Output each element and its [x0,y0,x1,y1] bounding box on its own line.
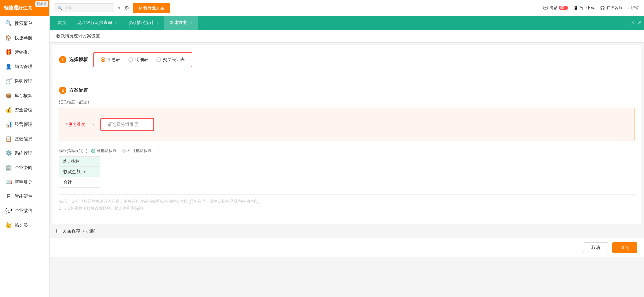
sidebar-label-smart-hw: 智能硬件 [15,193,32,199]
legend-draggable-label: 可拖动位置 [97,148,117,154]
search-menu-icon: 🔍 [5,20,12,27]
tab-collection-stats[interactable]: 收款情况统计 × [122,16,164,30]
sidebar-label-operations: 经营管理 [15,121,32,128]
sidebar-item-quick-nav[interactable]: 🏠 快捷导航 [0,31,49,45]
sidebar-item-beginner[interactable]: 📖 新手引导 [0,175,49,189]
tabbar-right-controls: × ⤢ [631,20,641,26]
content-area: 收款情况统计方案设置 1 选择模板 汇总表 明细表 [50,30,644,297]
metrics-item-amount[interactable]: 收款金额 ▾ [59,167,100,177]
config-section: 2 方案配置 汇总维度（必选） * 纵向维度 → 请选择分组维度 模板指标设定（ [52,80,641,224]
radio-detail[interactable]: 明细表 [128,57,148,63]
brand-name: 畅捷通好生意 [4,5,32,11]
industry-btn[interactable]: 体验行业方案 [133,3,170,13]
sidebar-label-member: 畅会员 [15,222,28,228]
section1-number: 1 [59,56,66,63]
cart-icon: 🛒 [5,78,12,84]
vertical-dim-label: * 纵向维度 [66,122,85,128]
crown-icon: 👑 [5,222,12,228]
tab-home[interactable]: 首页 [52,16,72,30]
sidebar-item-operations[interactable]: 📊 经营管理 [0,117,49,132]
dimension-select[interactable]: 请选择分组维度 [100,118,154,131]
bottom-bar: 取消 查询 [50,238,644,257]
radio-cross-circle [156,57,161,62]
metrics-setting-label: 模板指标设定（ [59,148,87,154]
metrics-dropdown-icon[interactable]: ▾ [84,169,86,174]
legend-draggable: 可拖动位置 [91,148,117,154]
cancel-button[interactable]: 取消 [583,242,608,253]
sidebar-item-corp-collab[interactable]: 🏢 企业协同 [0,160,49,175]
sidebar-item-member[interactable]: 👑 畅会员 [0,218,49,232]
query-button[interactable]: 查询 [612,242,637,253]
dimension-group-label: 汇总维度（必选） [59,99,635,105]
online-support-item[interactable]: 🎧 在线客服 [600,5,623,11]
monitor-icon: 🖥 [5,193,12,199]
radio-summary-circle [101,57,105,62]
radio-detail-label: 明细表 [135,57,148,63]
page-title: 收款情况统计方案设置 [56,33,100,38]
template-options-box: 汇总表 明细表 交叉统计表 [93,52,192,67]
sidebar-label-search-menu: 搜索菜单 [15,20,32,27]
notification-item[interactable]: 💬 消息 99+ [543,5,568,11]
username-display: 用户名 [628,5,640,11]
sidebar-label-finance: 资金管理 [15,107,32,113]
radio-summary[interactable]: 汇总表 [101,57,120,63]
tip-1: 提示： 1.拖动标题栏可以调整布局，不可跨维度或指标区域拖动栏目字段(只能在同一… [59,199,635,204]
sidebar: 畅捷通好生意 标准版 🔍 搜索菜单 🏠 快捷导航 🎁 营销推广 👤 销售管理 🛒… [0,0,50,297]
download-icon: 📱 [573,6,578,10]
search-box[interactable]: 🔍 搜索 [54,3,114,12]
metrics-section: 模板指标设定（ 可拖动位置 不可拖动位置 ） 统计指标 [59,148,635,217]
sidebar-item-finance[interactable]: 💰 资金管理 [0,103,49,117]
tab-new-plan-close[interactable]: × [190,20,192,25]
section2-title: 方案配置 [69,87,88,93]
save-checkbox[interactable] [56,229,61,233]
search-icon: 🔍 [57,6,62,10]
sidebar-label-purchase: 采购管理 [15,78,32,84]
sidebar-label-quick-nav: 快捷导航 [15,35,32,41]
chat-icon: 💬 [5,207,12,214]
notification-label: 消息 [549,5,557,11]
settings-icon[interactable]: ⚙ [124,5,129,11]
metrics-subtotal: 合计 [59,177,100,187]
radio-cross-label: 交叉统计表 [163,57,185,63]
clipboard-icon: 📋 [5,136,12,142]
gear-icon: ⚙️ [5,150,12,156]
sidebar-item-basic-info[interactable]: 📋 基础信息 [0,132,49,146]
sidebar-item-search-menu[interactable]: 🔍 搜索菜单 [0,16,49,31]
legend-draggable-dot [91,149,95,153]
building-icon: 🏢 [5,164,12,171]
close-all-icon[interactable]: × [631,20,634,26]
sidebar-logo: 畅捷通好生意 标准版 [0,0,49,16]
sidebar-item-marketing[interactable]: 🎁 营销推广 [0,45,49,59]
section1-title: 选择模板 [69,57,88,63]
sidebar-item-corp-wechat[interactable]: 💬 企业微信 [0,203,49,218]
user-icon: 👤 [5,63,12,70]
radio-summary-label: 汇总表 [107,57,120,63]
tabbar: 首页 现金银行流水查询 × 收款情况统计 × 新建方案 × × ⤢ [50,16,644,30]
tips-section: 提示： 1.拖动标题栏可以调整布局，不可跨维度或指标区域拖动栏目字段(只能在同一… [59,194,635,217]
metrics-item-amount-label: 收款金额 [63,169,81,175]
tab-bank-flow[interactable]: 现金银行流水查询 × [72,16,122,30]
maximize-icon[interactable]: ⤢ [637,20,641,26]
tab-collection-stats-close[interactable]: × [157,20,159,25]
sidebar-label-inventory: 库存核算 [15,93,32,99]
sidebar-item-sales[interactable]: 👤 销售管理 [0,59,49,74]
app-download-item[interactable]: 📱 App下载 [573,5,595,11]
tab-new-plan[interactable]: 新建方案 × [164,16,198,30]
metrics-table: 统计指标 收款金额 ▾ 合计 [59,156,100,188]
metrics-legend: 可拖动位置 不可拖动位置 ） [91,148,161,154]
sidebar-item-inventory[interactable]: 📦 库存核算 [0,88,49,103]
section2-number: 2 [59,87,66,94]
sidebar-label-sales: 销售管理 [15,64,32,70]
sidebar-item-sys-mgmt[interactable]: ⚙️ 系统管理 [0,146,49,160]
search-placeholder: 搜索 [64,5,72,11]
sidebar-item-smart-hw[interactable]: 🖥 智能硬件 [0,189,49,203]
radio-cross[interactable]: 交叉统计表 [156,57,185,63]
topbar-dropdown-icon[interactable]: ▾ [118,5,120,11]
save-section: 方案保存（可选） [50,224,644,238]
home-icon: 🏠 [5,35,12,41]
tab-bank-flow-close[interactable]: × [115,20,117,25]
app-download-label: App下载 [580,5,595,11]
sidebar-label-corp-collab: 企业协同 [15,165,32,171]
sidebar-item-purchase[interactable]: 🛒 采购管理 [0,74,49,88]
save-checkbox-row: 方案保存（可选） [56,228,637,234]
